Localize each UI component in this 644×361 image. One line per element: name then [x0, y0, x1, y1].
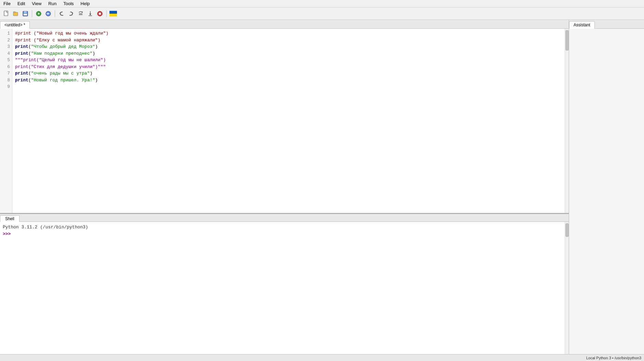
- code-line-2: #print ("Елку с мамой наряжали"): [15, 38, 101, 43]
- line-num-3: 3: [2, 43, 10, 50]
- menu-view[interactable]: View: [30, 1, 43, 6]
- main-area: <untitled> * 1 2 3 4 5 6 7 8 9 #print ("…: [0, 20, 644, 354]
- shell-content: Python 3.11.2 (/usr/bin/python3) >>>: [0, 222, 569, 354]
- stop-button[interactable]: [96, 10, 104, 18]
- menu-help[interactable]: Help: [79, 1, 92, 6]
- line-num-9: 9: [2, 83, 10, 90]
- step-over-button[interactable]: [77, 10, 85, 18]
- assistant-tabbar: Assistant: [569, 20, 644, 29]
- new-file-icon: [3, 11, 9, 17]
- run-icon: [36, 11, 42, 17]
- shell-tab[interactable]: Shell: [0, 215, 19, 222]
- run-button[interactable]: [35, 10, 43, 18]
- svg-rect-2: [13, 12, 15, 13]
- ukraine-flag-icon: [109, 11, 117, 17]
- code-line-8: print("Новый год пришел. Ура!"): [15, 78, 98, 83]
- code-line-6: print("Стих для дедушки учили")""": [15, 64, 106, 69]
- shell-section: Shell Python 3.11.2 (/usr/bin/python3) >…: [0, 214, 569, 354]
- line-num-1: 1: [2, 30, 10, 37]
- line-num-6: 6: [2, 64, 10, 70]
- menubar: File Edit View Run Tools Help: [0, 0, 644, 8]
- shell-prompt: >>>: [3, 231, 11, 237]
- code-textarea[interactable]: #print ("Новый год мы очень ждали") #pri…: [12, 29, 565, 213]
- shell-tab-label: Shell: [5, 216, 14, 221]
- redo-button[interactable]: [67, 10, 75, 18]
- line-num-7: 7: [2, 70, 10, 77]
- undo-icon: [58, 11, 65, 17]
- code-line-4: print("Нам подарки преподнес"): [15, 51, 95, 56]
- shell-scrollbar-thumb[interactable]: [565, 223, 569, 237]
- menu-tools[interactable]: Tools: [61, 1, 76, 6]
- svg-rect-22: [109, 14, 117, 16]
- open-file-icon: [13, 11, 19, 17]
- line-num-4: 4: [2, 50, 10, 57]
- code-line-3: print("Чтобы добрый дед Мороз"): [15, 44, 98, 49]
- line-numbers: 1 2 3 4 5 6 7 8 9: [0, 29, 12, 213]
- redo-icon: [68, 11, 74, 17]
- shell-version: Python 3.11.2 (/usr/bin/python3): [3, 224, 562, 231]
- statusbar: Local Python 3 • /usr/bin/python3: [0, 354, 644, 361]
- line-num-5: 5: [2, 57, 10, 64]
- svg-marker-17: [89, 14, 91, 15]
- step-over-icon: [78, 11, 84, 17]
- editor-tab-label: <untitled> *: [4, 23, 25, 27]
- editor-scrollbar-thumb[interactable]: [565, 30, 569, 51]
- open-file-button[interactable]: [12, 10, 20, 18]
- menu-file[interactable]: File: [1, 1, 13, 6]
- assistant-tab[interactable]: Assistant: [569, 21, 595, 29]
- undo-button[interactable]: [57, 10, 66, 18]
- code-line-7: print("очень рады мы с утра"): [15, 71, 92, 76]
- toolbar-sep-2: [55, 10, 55, 17]
- shell-tabbar: Shell: [0, 214, 569, 222]
- svg-rect-4: [24, 11, 27, 13]
- svg-rect-20: [99, 13, 101, 15]
- ukraine-flag-button[interactable]: [109, 10, 117, 18]
- svg-rect-0: [4, 11, 8, 16]
- menu-run[interactable]: Run: [46, 1, 58, 6]
- toolbar-sep-1: [32, 10, 32, 17]
- toolbar-sep-3: [106, 10, 107, 17]
- debug-icon: [45, 11, 51, 17]
- new-file-button[interactable]: [2, 10, 10, 18]
- editor-tabbar: <untitled> *: [0, 20, 569, 29]
- editor-scrollbar[interactable]: [565, 29, 569, 213]
- toolbar: [0, 8, 644, 20]
- line-num-2: 2: [2, 37, 10, 44]
- step-into-icon: [87, 11, 93, 17]
- shell-scrollbar[interactable]: [565, 222, 569, 354]
- editor-container: <untitled> * 1 2 3 4 5 6 7 8 9 #print ("…: [0, 20, 569, 354]
- menu-edit[interactable]: Edit: [15, 1, 27, 6]
- line-num-8: 8: [2, 77, 10, 84]
- assistant-tab-label: Assistant: [574, 23, 590, 27]
- svg-rect-5: [24, 14, 27, 15]
- step-into-button[interactable]: [86, 10, 94, 18]
- assistant-panel: Assistant: [569, 20, 644, 354]
- shell-prompt-line: >>>: [3, 231, 562, 238]
- debug-button[interactable]: [44, 10, 52, 18]
- save-file-button[interactable]: [21, 10, 29, 18]
- statusbar-text: Local Python 3 • /usr/bin/python3: [586, 356, 641, 360]
- svg-rect-21: [109, 11, 117, 13]
- code-line-1: #print ("Новый год мы очень ждали"): [15, 31, 108, 36]
- code-editor: 1 2 3 4 5 6 7 8 9 #print ("Новый год мы …: [0, 29, 569, 214]
- save-file-icon: [22, 11, 28, 17]
- editor-tab[interactable]: <untitled> *: [0, 21, 30, 29]
- stop-icon: [97, 11, 103, 17]
- shell-text-area[interactable]: Python 3.11.2 (/usr/bin/python3) >>>: [0, 222, 565, 354]
- code-line-5: """print("Целый год мы не шалили"): [15, 57, 106, 63]
